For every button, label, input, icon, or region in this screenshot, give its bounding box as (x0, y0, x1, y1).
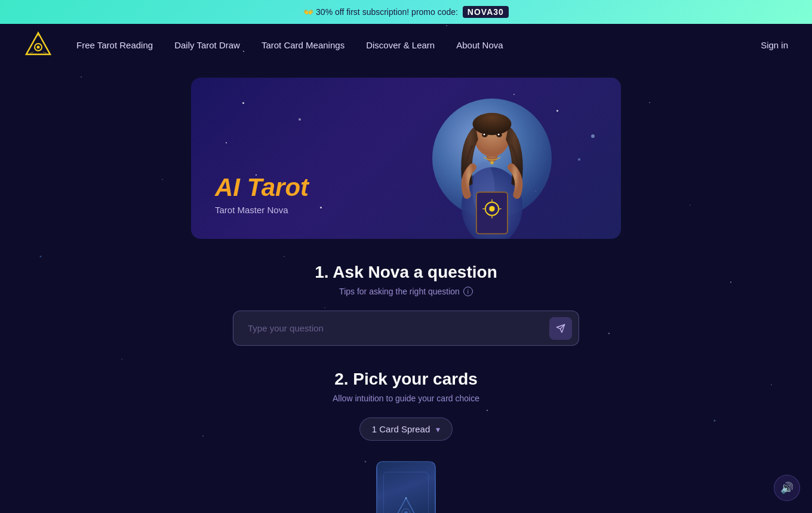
logo-icon (24, 30, 53, 59)
tips-link[interactable]: Tips for asking the right question (339, 287, 460, 296)
promo-code: NOVA30 (463, 6, 509, 18)
svg-point-14 (498, 134, 500, 136)
step2-container: 2. Pick your cards Allow intuition to gu… (24, 370, 788, 513)
nav-about-nova[interactable]: About Nova (456, 40, 503, 50)
svg-point-15 (490, 161, 494, 165)
svg-line-4 (30, 52, 33, 53)
promo-banner: 👐 30% off first subscription! promo code… (0, 0, 812, 24)
svg-line-5 (43, 52, 47, 53)
audio-button[interactable]: 🔊 (774, 475, 800, 501)
sign-in-button[interactable]: Sign in (761, 40, 788, 50)
main-content: 1. Ask Nova a question Tips for asking t… (0, 251, 812, 513)
step1-subtitle: Tips for asking the right question i (339, 287, 473, 296)
hero-section: AI Tarot Tarot Master Nova (191, 78, 621, 239)
svg-point-13 (484, 134, 485, 136)
hero-title: AI Tarot (215, 174, 309, 201)
nav-links: Free Tarot Reading Daily Tarot Draw Taro… (76, 40, 761, 50)
spread-dropdown[interactable]: 1 Card Spread ▾ (359, 417, 453, 441)
svg-point-18 (489, 206, 494, 211)
spread-option-label: 1 Card Spread (372, 424, 430, 434)
nav-daily-tarot-draw[interactable]: Daily Tarot Draw (174, 40, 240, 50)
card-pattern (383, 472, 429, 513)
hero-subtitle: Tarot Master Nova (215, 205, 309, 215)
svg-point-26 (405, 497, 407, 499)
audio-icon: 🔊 (780, 481, 793, 494)
tarot-card[interactable] (376, 461, 436, 513)
hero-content: AI Tarot Tarot Master Nova (215, 174, 309, 215)
promo-emoji: 👐 (303, 7, 313, 17)
nav-tarot-card-meanings[interactable]: Tarot Card Meanings (262, 40, 345, 50)
step2-subtitle-text: Allow intuition to guide your card choic… (333, 394, 479, 403)
send-button[interactable] (549, 317, 572, 340)
question-input[interactable] (233, 311, 579, 346)
chevron-down-icon: ▾ (436, 425, 440, 434)
step2-subtitle: Allow intuition to guide your card choic… (333, 394, 479, 403)
promo-text: 30% off first subscription! promo code: (316, 7, 458, 17)
logo[interactable] (24, 30, 53, 59)
send-icon (556, 324, 565, 333)
nova-figure (438, 90, 546, 239)
svg-point-10 (473, 113, 512, 135)
card-back (376, 461, 436, 513)
nav-discover-learn[interactable]: Discover & Learn (366, 40, 435, 50)
hero-image (363, 78, 621, 239)
card-symbol-icon (391, 495, 421, 513)
step2-heading: 2. Pick your cards (334, 370, 478, 389)
info-icon[interactable]: i (463, 287, 473, 296)
svg-rect-16 (476, 192, 508, 234)
step1-heading: 1. Ask Nova a question (315, 263, 497, 282)
navbar: Free Tarot Reading Daily Tarot Draw Taro… (0, 24, 812, 66)
question-input-wrapper (233, 311, 579, 346)
nav-free-tarot-reading[interactable]: Free Tarot Reading (76, 40, 153, 50)
svg-marker-23 (394, 498, 418, 513)
svg-point-2 (37, 46, 40, 49)
